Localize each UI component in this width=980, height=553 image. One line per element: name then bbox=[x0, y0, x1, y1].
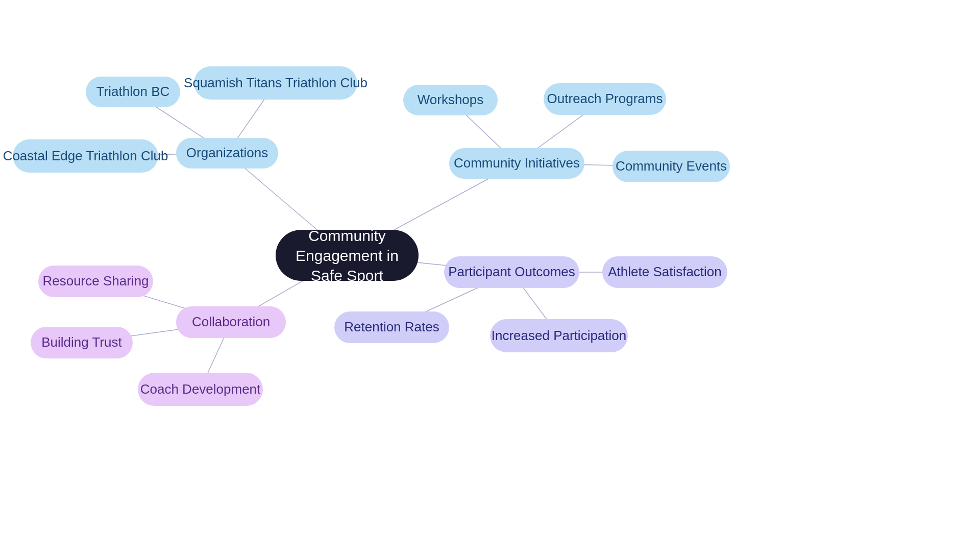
node-community-initiatives[interactable]: Community Initiatives bbox=[449, 148, 584, 179]
center-node[interactable]: Community Engagement in Safe Sport bbox=[276, 230, 419, 281]
node-participant-outcomes[interactable]: Participant Outcomes bbox=[444, 256, 579, 288]
node-organizations[interactable]: Organizations bbox=[176, 138, 278, 169]
node-increased-participation[interactable]: Increased Participation bbox=[490, 319, 628, 352]
node-community-events[interactable]: Community Events bbox=[612, 151, 730, 182]
node-outreach[interactable]: Outreach Programs bbox=[544, 83, 666, 115]
node-coastal[interactable]: Coastal Edge Triathlon Club bbox=[13, 139, 158, 173]
node-athlete-satisfaction[interactable]: Athlete Satisfaction bbox=[602, 256, 727, 288]
node-coach-development[interactable]: Coach Development bbox=[138, 373, 263, 406]
node-retention-rates[interactable]: Retention Rates bbox=[334, 311, 449, 343]
node-resource-sharing[interactable]: Resource Sharing bbox=[38, 266, 153, 297]
node-building-trust[interactable]: Building Trust bbox=[31, 327, 133, 358]
node-collaboration[interactable]: Collaboration bbox=[176, 306, 286, 338]
node-workshops[interactable]: Workshops bbox=[403, 85, 498, 115]
node-triathlon-bc[interactable]: Triathlon BC bbox=[86, 77, 180, 107]
node-squamish[interactable]: Squamish Titans Triathlon Club bbox=[194, 66, 357, 100]
